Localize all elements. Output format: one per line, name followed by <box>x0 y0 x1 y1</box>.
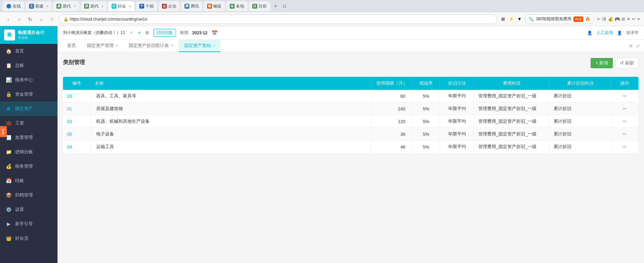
funds-icon: 🔒 <box>5 91 12 97</box>
tab-count-badge: 11 <box>282 4 287 8</box>
sidebar-item-purchase[interactable]: 📁 进销台账 <box>0 145 58 159</box>
sidebar-item-salary[interactable]: 💼 工资 <box>0 116 58 130</box>
purchase-icon: 📁 <box>5 149 12 155</box>
sidebar-label-guide: 新手引导 <box>15 221 33 227</box>
game-icon[interactable]: 🎮 <box>615 16 620 22</box>
sidebar-item-member[interactable]: 👑 好会员 <box>0 231 58 246</box>
tab-label: 固定资产折旧统计表 <box>129 43 169 49</box>
cell-name: 房屋及建筑物 <box>90 103 371 115</box>
tab-label: 腾讯 <box>191 3 199 9</box>
edit-icon[interactable]: ✏ <box>623 131 627 137</box>
back-button[interactable]: ‹ <box>4 15 12 23</box>
forward-button[interactable]: › <box>15 15 23 23</box>
translate-icon[interactable]: 译 <box>602 16 606 22</box>
settings-btn[interactable]: ⚙ <box>145 30 149 35</box>
tab-home[interactable]: 首页 <box>62 40 81 52</box>
add-button[interactable]: + 新增 <box>591 58 613 68</box>
url-input[interactable]: 🔒 https://cloud.chanjet.com/accounting/u… <box>59 14 497 24</box>
tab-close-icon[interactable]: × <box>46 4 48 8</box>
tab-close-icon[interactable]: × <box>74 4 76 8</box>
browser-tab-new[interactable]: 文 新建 × <box>26 1 52 11</box>
browser-tab-changti[interactable]: 畅 畅提 <box>204 1 225 11</box>
refresh-button[interactable]: ↺ 刷新 <box>616 58 639 69</box>
menu-icon[interactable]: ≡ <box>637 16 640 22</box>
app-container: 账 畅捷通好会计 专业版 🏠 首页 📋 总账 📊 报表中心 🔒 资金管理 🖥 固… <box>0 26 644 263</box>
tab-fixed-asset-manage[interactable]: 固定资产管理 × <box>81 40 123 52</box>
browser-tab-haohui[interactable]: 好 好会 × <box>108 1 134 11</box>
cell-expense: 管理费用_固定资产折旧_一级 <box>474 141 550 153</box>
browser-tab-geshui[interactable]: 个 个税 <box>136 1 157 11</box>
cell-name: 器具、工具、家具等 <box>90 90 371 103</box>
edit-icon[interactable]: ✏ <box>623 93 627 99</box>
sidebar-item-invoice[interactable]: 🧾 发票管理 <box>0 130 58 145</box>
add-account-btn[interactable]: + <box>138 30 141 36</box>
bookmark-button[interactable]: ☆ <box>48 15 56 23</box>
tab-close-icon[interactable]: × <box>213 44 215 48</box>
consult-label[interactable]: 人工咨询 <box>596 30 613 36</box>
browser-tab-yidai2[interactable]: 易 易代 × <box>81 1 107 11</box>
browser-tab-muqian[interactable]: 目 目前 <box>249 1 270 11</box>
sidebar-item-home[interactable]: 🏠 首页 <box>0 44 58 58</box>
tab-close-icon[interactable]: × <box>101 4 103 8</box>
extensions-icon[interactable]: ⊞ <box>500 16 506 22</box>
cut-icon[interactable]: ✂ <box>597 16 601 22</box>
col-action: 操作 <box>611 77 639 90</box>
tab-label: 好会 <box>118 3 126 9</box>
cell-id: 03 <box>63 90 90 103</box>
col-name: 名称 <box>90 77 371 90</box>
tab-label: 企业 <box>168 3 176 9</box>
sidebar-item-ledger[interactable]: 📋 总账 <box>0 58 58 73</box>
new-tab-button[interactable]: + <box>272 2 280 10</box>
reload-button[interactable]: ↻ <box>26 15 34 23</box>
browser-tab-online[interactable]: 🔵 在线 <box>3 1 24 11</box>
sidebar-item-reports[interactable]: 📊 报表中心 <box>0 73 58 87</box>
current-user-text: 刘小艳演示账套（勿删勿动！）11 <box>63 30 125 36</box>
edit-icon[interactable]: ✏ <box>623 119 627 124</box>
close-tab-btn[interactable]: ✕ <box>629 43 633 49</box>
table-row: 04 运输工具 48 5% 年限平均 管理费用_固定资产折旧_一级 累计折旧 ✏ <box>63 141 639 153</box>
dropdown-icon[interactable]: ▼ <box>517 16 522 22</box>
sidebar-item-fixed-assets[interactable]: 🖥 固定资产 <box>0 101 58 116</box>
browser-tab-tencent[interactable]: 腾 腾讯 <box>181 1 202 11</box>
archive-icon: 📦 <box>5 192 12 198</box>
edit-icon[interactable]: ✏ <box>623 144 627 150</box>
tab-label: 固定资产类别 <box>184 43 211 49</box>
sidebar-item-settings[interactable]: ⚙️ 设置 <box>0 202 58 217</box>
tab-close-icon[interactable]: × <box>171 44 173 48</box>
tab-depreciation-stats[interactable]: 固定资产折旧统计表 × <box>123 40 178 52</box>
maximize-tab-btn[interactable]: ⤢ <box>636 43 640 49</box>
sidebar-item-archive[interactable]: 📦 归档管理 <box>0 188 58 202</box>
undo-icon[interactable]: ↩ <box>632 16 636 22</box>
ledger-icon: 📋 <box>5 62 12 69</box>
content-area: 类别管理 + 新增 ↺ 刷新 编号 名称 使用期限（月） 残值率 折旧方法 费用… <box>58 52 644 263</box>
browser-tab-gedi[interactable]: 各 各地 <box>226 1 248 11</box>
sidebar-item-funds[interactable]: 🔒 资金管理 <box>0 87 58 101</box>
tab-close-icon[interactable]: × <box>129 4 131 8</box>
tab-close-icon[interactable]: × <box>116 44 118 48</box>
sidebar-item-tax[interactable]: 💰 税务管理 <box>0 159 58 174</box>
wallet-icon[interactable]: 💰 <box>608 16 613 22</box>
sidebar-label-fixed-assets: 固定资产 <box>15 106 33 112</box>
calendar-icon[interactable]: 📅 <box>212 30 217 36</box>
cell-name: 电子设备 <box>90 128 371 141</box>
float-side-tab[interactable]: Eat <box>0 126 7 137</box>
cell-residual: 5% <box>413 128 440 141</box>
cell-accum: 累计折旧 <box>550 103 611 115</box>
sidebar-item-checkout[interactable]: 📅 结账 <box>0 174 58 188</box>
edit-icon[interactable]: ✏ <box>623 106 627 111</box>
top-right-area: 👤 人工咨询 👤 徐泽华 <box>587 30 639 36</box>
brightness-icon[interactable]: ☀ <box>627 16 631 22</box>
search-bar[interactable]: 🔍 360智能抠图免费用 热搜 🔥 <box>525 14 594 24</box>
sidebar-item-guide[interactable]: ▶ 新手引导 <box>0 217 58 231</box>
table-row: 01 房屋及建筑物 240 5% 年限平均 管理费用_固定资产折旧_一级 累计折… <box>63 103 639 115</box>
switch-version-btn[interactable]: 切到旧版 <box>153 29 176 37</box>
tab-asset-category[interactable]: 固定资产类别 × <box>179 40 220 52</box>
browser-tab-qiye[interactable]: 企 企业 <box>159 1 180 11</box>
lightning-icon[interactable]: ⚡ <box>508 16 514 22</box>
dropdown-arrow[interactable]: ▼ <box>129 30 134 35</box>
grid-icon[interactable]: ⊞ <box>621 16 625 22</box>
cell-method: 年限平均 <box>440 128 474 141</box>
home-button[interactable]: ⌂ <box>37 15 45 23</box>
col-expense: 费用科目 <box>474 77 550 90</box>
browser-tab-yidai1[interactable]: 易 易代 × <box>53 1 79 11</box>
